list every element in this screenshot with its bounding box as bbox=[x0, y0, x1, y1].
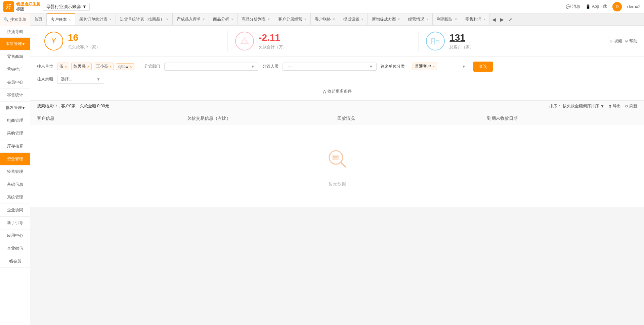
filter-area: 往来单位 伍 × 陈民强 × 王小亮 × bbox=[30, 57, 644, 101]
result-bar: 搜索结果中，客户0家 欠款金额 0.00元 排序： 按欠款金额倒序排序 ▼ ⬆ … bbox=[30, 101, 644, 112]
filter-person-select[interactable]: ··· ▼ bbox=[283, 63, 377, 71]
quick-nav[interactable]: 快捷导航 bbox=[0, 26, 30, 38]
sidebar-item-basic-info-label: 基础信息 bbox=[7, 182, 23, 187]
tab-close-profit-report[interactable]: × bbox=[455, 17, 457, 21]
sidebar-item-app-center[interactable]: 应用中心 bbox=[0, 229, 30, 242]
user-name[interactable]: demo2 bbox=[627, 4, 641, 9]
tab-goods-analysis-list[interactable]: 商品分析列表 × bbox=[238, 13, 274, 26]
sidebar-item-retail-mall[interactable]: 零售商城 bbox=[0, 50, 30, 63]
filter-tag-cjttcw-remove[interactable]: × bbox=[130, 65, 132, 69]
tab-retail-profit[interactable]: 零售利润 × bbox=[461, 13, 490, 26]
sidebar-item-purchase[interactable]: 采购管理 bbox=[0, 127, 30, 140]
tab-maximize[interactable]: ⤢ bbox=[506, 13, 514, 26]
col-date-header: 到期未收款日期 bbox=[487, 115, 637, 121]
sidebar-item-retail-stats[interactable]: 零售统计 bbox=[0, 89, 30, 102]
tab-customer-tier[interactable]: 客户分层经营 × bbox=[274, 13, 311, 26]
sidebar-item-retail-stats-label: 零售统计 bbox=[7, 93, 23, 97]
stat-label-debt: 欠款合计（万） bbox=[259, 44, 287, 50]
message-btn[interactable]: 💬 消息 bbox=[566, 4, 580, 9]
tab-profit-report[interactable]: 利润报告 × bbox=[433, 13, 461, 26]
tab-close-operation-status[interactable]: × bbox=[426, 17, 428, 21]
stat-icon-debt bbox=[235, 32, 254, 50]
tab-close-customer-contact[interactable]: × bbox=[333, 17, 335, 21]
tab-close-retail-profit[interactable]: × bbox=[483, 17, 485, 21]
tab-customer-contact-label: 客户联络 bbox=[315, 16, 331, 22]
tab-goods-analysis[interactable]: 商品分析 × bbox=[209, 13, 238, 26]
sidebar-item-retail[interactable]: 零售管理 ▾ bbox=[0, 38, 30, 50]
sidebar-item-finance-label: 资金管理 bbox=[7, 156, 23, 161]
filter-tag-chen-remove[interactable]: × bbox=[87, 65, 89, 69]
result-debt-summary: 欠款金额 0.00元 bbox=[80, 104, 109, 108]
sidebar: 🔍 搜索菜单 快捷导航 零售管理 ▾ 零售商城 营销推广 会员中心 零售统计 bbox=[0, 13, 30, 325]
sidebar-item-inventory[interactable]: 库存核算 bbox=[0, 140, 30, 153]
sidebar-item-enterprise-coop[interactable]: 企业协同 bbox=[0, 204, 30, 217]
sidebar-item-new-guide[interactable]: 新手引导 bbox=[0, 217, 30, 229]
stat-label-customers: 总欠款客户（家） bbox=[68, 44, 100, 50]
tab-home[interactable]: 首页 bbox=[30, 13, 47, 26]
tab-purchase-stats[interactable]: 进货单统计表（按商品） × bbox=[116, 13, 173, 26]
tab-new-promotion[interactable]: 新增提成方案 × bbox=[368, 13, 404, 26]
tab-close-purchase-stats[interactable]: × bbox=[166, 17, 168, 21]
user-avatar: D bbox=[612, 2, 622, 11]
result-actions: 排序： 按欠款金额倒序排序 ▼ ⬆ 导出 ↻ 刷新 bbox=[549, 103, 637, 109]
filter-unit-type-select[interactable]: 普通客户 × ▼ bbox=[409, 61, 469, 72]
sidebar-item-finance[interactable]: 资金管理 bbox=[0, 153, 30, 166]
sidebar-item-system[interactable]: 系统管理 bbox=[0, 191, 30, 204]
tab-close-customers[interactable]: × bbox=[69, 18, 71, 22]
tab-close-customer-tier[interactable]: × bbox=[304, 17, 306, 21]
sidebar-item-marketing[interactable]: 营销推广 bbox=[0, 63, 30, 76]
app-download-btn[interactable]: 📱 App下载 bbox=[586, 4, 607, 9]
sidebar-item-member[interactable]: 会员中心 bbox=[0, 76, 30, 89]
message-label: 消息 bbox=[572, 4, 580, 9]
sidebar-item-wholesale[interactable]: 批发管理 ▾ bbox=[0, 102, 30, 114]
tab-production-in[interactable]: 产成品入库单 × bbox=[173, 13, 209, 26]
help-link[interactable]: ⊙ 帮助 bbox=[625, 38, 637, 44]
filter-unit-label: 往来单位 bbox=[37, 64, 53, 69]
sort-value: 按欠款金额倒序排序 bbox=[563, 103, 599, 109]
refresh-btn[interactable]: ↻ 刷新 bbox=[625, 103, 637, 109]
export-btn[interactable]: ⬆ 导出 bbox=[608, 103, 621, 109]
filter-tag-normal-text: 普通客户 bbox=[415, 64, 431, 69]
sidebar-item-ecommerce[interactable]: 电商管理 bbox=[0, 114, 30, 127]
tab-customer-contact[interactable]: 客户联络 × bbox=[311, 13, 339, 26]
sidebar-item-vip[interactable]: 畅会员 bbox=[0, 255, 30, 268]
filter-person-dots: ··· bbox=[288, 64, 291, 69]
svg-marker-0 bbox=[241, 37, 249, 44]
tab-nav-right[interactable]: ▶ bbox=[498, 13, 506, 26]
sidebar-item-marketing-label: 营销推广 bbox=[7, 67, 23, 72]
tab-customers[interactable]: 客户账本 × bbox=[47, 13, 75, 26]
tab-operation-status[interactable]: 经营情况 × bbox=[404, 13, 433, 26]
svg-rect-8 bbox=[437, 42, 438, 42]
sidebar-item-new-guide-label: 新手引导 bbox=[7, 220, 23, 225]
sort-select[interactable]: 排序： 按欠款金额倒序排序 ▼ bbox=[549, 103, 604, 109]
filter-row-1: 往来单位 伍 × 陈民强 × 王小亮 × bbox=[37, 61, 637, 72]
filter-tag-wang-remove[interactable]: × bbox=[110, 65, 112, 69]
filter-dept-select[interactable]: ··· ▼ bbox=[164, 63, 258, 71]
tab-purchase-orders[interactable]: 采购订单统计表 × bbox=[75, 13, 116, 26]
tab-nav-left[interactable]: ◀ bbox=[490, 13, 498, 26]
tab-close-promotion-settings[interactable]: × bbox=[361, 17, 363, 21]
sidebar-item-operation[interactable]: 经营管理 bbox=[0, 166, 30, 178]
filter-tag-wu-remove[interactable]: × bbox=[65, 65, 67, 69]
tab-close-goods-analysis-list[interactable]: × bbox=[268, 17, 270, 21]
enterprise-select[interactable]: 母婴行业演示账套 ▼ bbox=[43, 3, 90, 11]
more-tags-btn[interactable]: ... bbox=[136, 64, 140, 69]
tab-operation-status-label: 经营情况 bbox=[408, 16, 424, 22]
tab-close-goods-analysis[interactable]: × bbox=[231, 17, 233, 21]
refresh-icon: ↻ bbox=[625, 104, 628, 109]
filter-balance-select[interactable]: 选择... ▼ bbox=[57, 75, 104, 84]
tabs-bar: 首页 客户账本 × 采购订单统计表 × 进货单统计表（按商品） × 产成品入库单… bbox=[30, 13, 644, 26]
sidebar-item-basic-info[interactable]: 基础信息 bbox=[0, 178, 30, 191]
sidebar-item-enterprise-wx[interactable]: 企业微信 bbox=[0, 242, 30, 255]
tab-close-production-in[interactable]: × bbox=[203, 17, 205, 21]
tab-promotion-settings[interactable]: 提成设置 × bbox=[339, 13, 368, 26]
tab-close-new-promotion[interactable]: × bbox=[398, 17, 400, 21]
filter-tag-normal-remove[interactable]: × bbox=[432, 65, 434, 69]
filter-tag-cjttcw: cjttcw × bbox=[116, 63, 134, 70]
sidebar-search[interactable]: 🔍 搜索菜单 bbox=[0, 13, 30, 26]
tab-close-purchase-orders[interactable]: × bbox=[110, 17, 112, 21]
video-link[interactable]: ⊙ 视频 bbox=[609, 38, 622, 44]
collapse-filters-btn[interactable]: ⋀ 收起更多条件 bbox=[37, 86, 637, 96]
search-button[interactable]: 查询 bbox=[473, 62, 493, 72]
logo-icon: 好 bbox=[3, 1, 14, 12]
